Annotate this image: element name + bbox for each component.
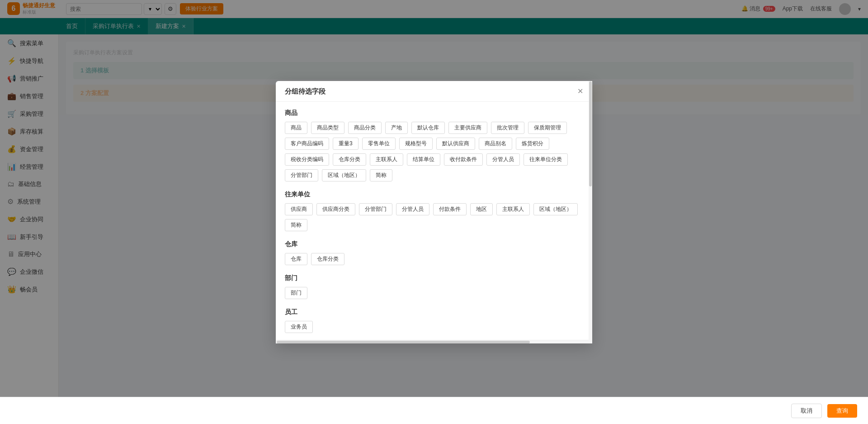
- section-product: 商品 商品 商品类型 商品分类 产地 默认仓库 主要供应商 批次管理 保质期管理…: [285, 109, 583, 181]
- cancel-button[interactable]: 取消: [791, 404, 822, 418]
- field-tag-retail-unit[interactable]: 零售单位: [362, 138, 396, 150]
- field-tag-default-supplier[interactable]: 默认供应商: [436, 138, 475, 150]
- modal-title: 分组待选字段: [285, 87, 326, 96]
- confirm-button[interactable]: 查询: [827, 404, 857, 418]
- field-tag-region-partner[interactable]: 区域（地区）: [533, 203, 578, 215]
- modal-body[interactable]: 商品 商品 商品类型 商品分类 产地 默认仓库 主要供应商 批次管理 保质期管理…: [276, 102, 592, 340]
- field-tag-product-category[interactable]: 商品分类: [348, 122, 382, 134]
- field-tag-batch-mgmt[interactable]: 批次管理: [491, 122, 524, 134]
- field-tag-customer-code[interactable]: 客户商品编码: [285, 138, 329, 150]
- field-tag-main-supplier[interactable]: 主要供应商: [448, 122, 487, 134]
- field-tag-spec-model[interactable]: 规格型号: [399, 138, 433, 150]
- warehouse-field-tags: 仓库 仓库分类: [285, 253, 583, 265]
- field-tag-main-contact[interactable]: 主联系人: [370, 153, 403, 166]
- field-tag-area[interactable]: 地区: [470, 203, 493, 215]
- modal-overlay: 分组待选字段 ✕ 商品 商品 商品类型 商品分类 产地 默认仓库 主要供应商 批…: [0, 0, 868, 424]
- vertical-scrollbar-thumb: [589, 81, 592, 186]
- field-tag-region-product[interactable]: 区域（地区）: [322, 169, 366, 181]
- section-partner-title: 往来单位: [285, 191, 583, 199]
- field-tag-dept[interactable]: 部门: [285, 287, 307, 299]
- modal-vertical-scrollbar[interactable]: [589, 81, 592, 343]
- section-warehouse-title: 仓库: [285, 240, 583, 248]
- field-tag-alias[interactable]: 商品别名: [479, 138, 512, 150]
- section-employee: 员工 业务员: [285, 308, 583, 333]
- field-tag-supplier-category[interactable]: 供应商分类: [316, 203, 355, 215]
- field-tag-salesperson[interactable]: 业务员: [285, 321, 313, 333]
- field-tag-main-contact2[interactable]: 主联系人: [496, 203, 530, 215]
- section-employee-title: 员工: [285, 308, 583, 316]
- field-tag-refine-points[interactable]: 炼货积分: [516, 138, 549, 150]
- field-tag-dept-in-charge2[interactable]: 分管部门: [359, 203, 392, 215]
- field-tag-short-name-partner[interactable]: 简称: [285, 219, 307, 231]
- field-tag-warehouse-category[interactable]: 仓库分类: [333, 153, 366, 166]
- field-tag-dept-in-charge[interactable]: 分管部门: [285, 169, 318, 181]
- field-tag-origin[interactable]: 产地: [385, 122, 408, 134]
- modal-close-button[interactable]: ✕: [577, 88, 583, 95]
- field-tag-weight3[interactable]: 重量3: [333, 138, 359, 150]
- field-tag-payment-terms[interactable]: 收付款条件: [444, 153, 483, 166]
- field-tag-warehouse[interactable]: 仓库: [285, 253, 307, 265]
- field-tag-supplier[interactable]: 供应商: [285, 203, 313, 215]
- modal-header: 分组待选字段 ✕: [276, 81, 592, 102]
- field-tag-product[interactable]: 商品: [285, 122, 307, 134]
- modal-footer: 取消 查询: [0, 397, 868, 424]
- field-tag-tax-code[interactable]: 税收分类编码: [285, 153, 329, 166]
- field-tag-payment-terms2[interactable]: 付款条件: [433, 203, 467, 215]
- dept-field-tags: 部门: [285, 287, 583, 299]
- field-tag-product-type[interactable]: 商品类型: [311, 122, 344, 134]
- product-field-tags: 商品 商品类型 商品分类 产地 默认仓库 主要供应商 批次管理 保质期管理 客户…: [285, 122, 583, 181]
- field-tag-settlement-unit[interactable]: 结算单位: [407, 153, 440, 166]
- section-department: 部门 部门: [285, 274, 583, 299]
- field-tag-manager[interactable]: 分管人员: [486, 153, 520, 166]
- field-tag-shelf-life[interactable]: 保质期管理: [528, 122, 567, 134]
- field-tag-manager2[interactable]: 分管人员: [396, 203, 429, 215]
- section-partner: 往来单位 供应商 供应商分类 分管部门 分管人员 付款条件 地区 主联系人 区域…: [285, 191, 583, 231]
- field-select-modal: 分组待选字段 ✕ 商品 商品 商品类型 商品分类 产地 默认仓库 主要供应商 批…: [276, 81, 592, 343]
- field-tag-default-warehouse[interactable]: 默认仓库: [411, 122, 445, 134]
- partner-field-tags: 供应商 供应商分类 分管部门 分管人员 付款条件 地区 主联系人 区域（地区） …: [285, 203, 583, 231]
- section-product-title: 商品: [285, 109, 583, 117]
- section-warehouse: 仓库 仓库 仓库分类: [285, 240, 583, 265]
- field-tag-short-name-product[interactable]: 简称: [370, 169, 392, 181]
- modal-horizontal-scrollbar[interactable]: [276, 340, 592, 343]
- field-tag-warehouse-cat[interactable]: 仓库分类: [311, 253, 344, 265]
- section-department-title: 部门: [285, 274, 583, 282]
- employee-field-tags: 业务员: [285, 321, 583, 333]
- scrollbar-thumb: [277, 341, 530, 343]
- field-tag-partner-category[interactable]: 往来单位分类: [524, 153, 568, 166]
